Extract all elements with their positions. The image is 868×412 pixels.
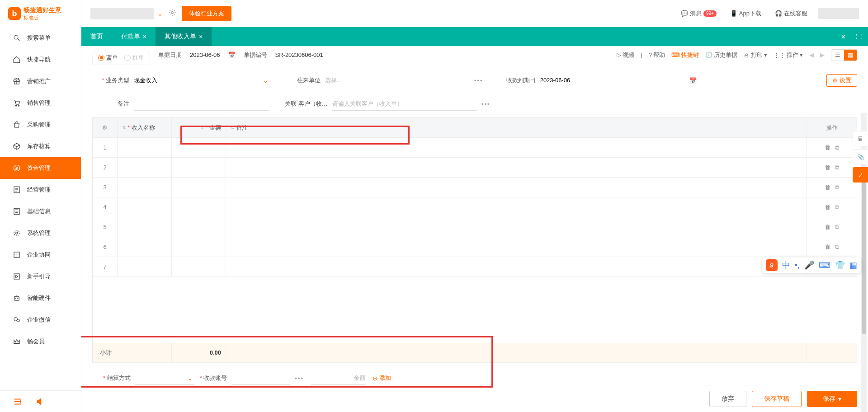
add-settle-button[interactable]: ⊕添加 xyxy=(373,374,391,382)
col-gear[interactable]: ⚙ xyxy=(93,118,118,137)
video-link[interactable]: ▷ 视频 xyxy=(617,51,634,59)
settle-account-input[interactable] xyxy=(231,371,290,385)
sidebar-item-inventory[interactable]: 库存核算 xyxy=(0,136,81,157)
remark-input[interactable] xyxy=(134,97,269,111)
sidebar-item-search[interactable]: 搜索菜单 xyxy=(0,27,81,49)
shortcut-link[interactable]: ⌨ 快捷键 xyxy=(671,51,699,59)
ime-lang[interactable]: 中 xyxy=(782,260,790,271)
discard-button[interactable]: 放弃 xyxy=(709,391,746,407)
chevron-down-icon[interactable]: ⌄ xyxy=(188,375,193,382)
table-row[interactable]: 5🗑⧉ xyxy=(93,217,857,237)
more-icon[interactable]: ••• xyxy=(474,77,483,84)
sidebar-item-wechat[interactable]: 企业微信 xyxy=(0,309,81,331)
rail-attach-icon[interactable]: 📎 xyxy=(853,149,868,164)
ime-toolbar[interactable]: S 中 •, 🎤 ⌨ 👕 ▦ xyxy=(762,258,861,273)
sidebar-item-purchase[interactable]: 采购管理 xyxy=(0,114,81,136)
unit-input[interactable] xyxy=(325,74,470,87)
copy-icon[interactable]: ⧉ xyxy=(835,204,839,211)
calendar-icon[interactable]: 📅 xyxy=(689,77,697,84)
view-list-icon[interactable]: ☰ xyxy=(831,50,844,61)
rail-calc-icon[interactable]: 🖩 xyxy=(853,131,868,146)
sidebar-item-business[interactable]: 经营管理 xyxy=(0,179,81,201)
chevron-down-icon[interactable]: ⌄ xyxy=(263,77,268,84)
table-row[interactable]: 6🗑⧉ xyxy=(93,237,857,257)
service-link[interactable]: 🎧在线客服 xyxy=(775,9,807,18)
radio-red[interactable]: 红单 xyxy=(124,54,144,62)
more-icon[interactable]: ••• xyxy=(295,375,304,382)
app-download-link[interactable]: 📱App下载 xyxy=(730,9,761,18)
collapse-icon[interactable] xyxy=(13,397,23,407)
delete-icon[interactable]: 🗑 xyxy=(825,144,830,151)
collab-icon xyxy=(13,251,21,259)
date-value[interactable]: 2023-06-06 xyxy=(190,52,220,58)
copy-icon[interactable]: ⧉ xyxy=(835,144,839,151)
tab-payment[interactable]: 付款单× xyxy=(112,27,156,46)
tab-other-income[interactable]: 其他收入单× xyxy=(156,27,212,46)
copy-icon[interactable]: ⧉ xyxy=(835,184,839,191)
tab-home[interactable]: 首页 xyxy=(81,27,112,46)
calendar-icon[interactable]: 📅 xyxy=(228,52,236,58)
col-amount[interactable]: ⇅金额 xyxy=(172,118,226,137)
table-row[interactable]: 2🗑⧉ xyxy=(93,158,857,178)
close-icon[interactable]: × xyxy=(143,33,146,40)
table-row[interactable]: 3🗑⧉ xyxy=(93,178,857,197)
sidebar-item-member[interactable]: 畅会员 xyxy=(0,331,81,352)
settle-method-input[interactable] xyxy=(135,371,194,385)
col-name[interactable]: ⇅收入名称 xyxy=(118,118,172,137)
delete-icon[interactable]: 🗑 xyxy=(825,204,830,211)
radio-blue[interactable]: 蓝单 xyxy=(98,54,118,62)
rail-expand-icon[interactable]: ⤢ xyxy=(853,167,868,183)
scrollbar-thumb[interactable] xyxy=(862,181,866,334)
table-row[interactable]: 7🗑⧉ xyxy=(93,257,857,277)
trial-button[interactable]: 体验行业方案 xyxy=(182,6,231,21)
sound-icon[interactable] xyxy=(35,397,45,407)
sidebar-item-marketing[interactable]: 营销推广 xyxy=(0,70,81,92)
messages-link[interactable]: 💬消息99+ xyxy=(681,9,717,18)
delete-icon[interactable]: 🗑 xyxy=(825,184,830,191)
more-icon[interactable]: ••• xyxy=(481,101,491,108)
sidebar-item-guide[interactable]: 新手引导 xyxy=(0,266,81,287)
ime-keyboard-icon[interactable]: ⌨ xyxy=(819,260,830,270)
ime-punct-icon[interactable]: •, xyxy=(795,261,800,270)
fullscreen-icon[interactable]: ⛶ xyxy=(852,30,865,43)
next-icon[interactable]: ▶ xyxy=(820,52,825,58)
due-input[interactable] xyxy=(540,74,685,87)
col-remark[interactable]: ⇅备注 xyxy=(226,118,807,137)
ime-mic-icon[interactable]: 🎤 xyxy=(804,260,814,270)
ops-link[interactable]: ⋮⋮ 操作 ▾ xyxy=(774,51,803,59)
sidebar-item-funds[interactable]: 资金管理 xyxy=(0,157,81,179)
sidebar-item-sales[interactable]: 销售管理 xyxy=(0,92,81,114)
sidebar-item-system[interactable]: 系统管理 xyxy=(0,222,81,244)
table-row[interactable]: 4🗑⧉ xyxy=(93,197,857,217)
delete-icon[interactable]: 🗑 xyxy=(825,224,830,230)
table-row[interactable]: 1🗑⧉ xyxy=(93,138,857,158)
print-link[interactable]: 🖨 打印 ▾ xyxy=(744,51,767,59)
view-form-icon[interactable]: ▦ xyxy=(844,50,857,61)
sidebar-bottom xyxy=(0,390,81,412)
delete-icon[interactable]: 🗑 xyxy=(825,243,830,250)
biz-type-input[interactable] xyxy=(134,74,269,87)
delete-icon[interactable]: 🗑 xyxy=(825,164,830,171)
settings-button[interactable]: ⚙ 设置 xyxy=(826,74,857,87)
ime-skin-icon[interactable]: 👕 xyxy=(835,260,845,270)
prev-icon[interactable]: ◀ xyxy=(809,52,814,58)
sidebar-item-collab[interactable]: 企业协同 xyxy=(0,244,81,266)
history-link[interactable]: 🕘 历史单据 xyxy=(705,51,737,59)
sidebar-item-quicknav[interactable]: 快捷导航 xyxy=(0,49,81,70)
sidebar-item-basedata[interactable]: 基础信息 xyxy=(0,201,81,222)
close-icon[interactable]: × xyxy=(199,33,203,40)
sidebar-item-hardware[interactable]: 智能硬件 xyxy=(0,287,81,309)
company-selector[interactable]: ⌄ xyxy=(90,8,163,19)
rel-input[interactable] xyxy=(332,97,477,111)
close-all-icon[interactable]: ✕ xyxy=(836,30,850,43)
user-placeholder[interactable] xyxy=(818,8,859,19)
save-button[interactable]: 保存▾ xyxy=(807,391,857,407)
save-draft-button[interactable]: 保存草稿 xyxy=(752,391,802,407)
copy-icon[interactable]: ⧉ xyxy=(835,164,839,171)
copy-icon[interactable]: ⧉ xyxy=(835,243,839,251)
gear-icon[interactable] xyxy=(168,9,176,18)
settle-amount-input[interactable] xyxy=(311,371,365,385)
ime-toolbox-icon[interactable]: ▦ xyxy=(849,260,857,270)
copy-icon[interactable]: ⧉ xyxy=(835,224,839,231)
help-link[interactable]: ? 帮助 xyxy=(649,51,665,59)
